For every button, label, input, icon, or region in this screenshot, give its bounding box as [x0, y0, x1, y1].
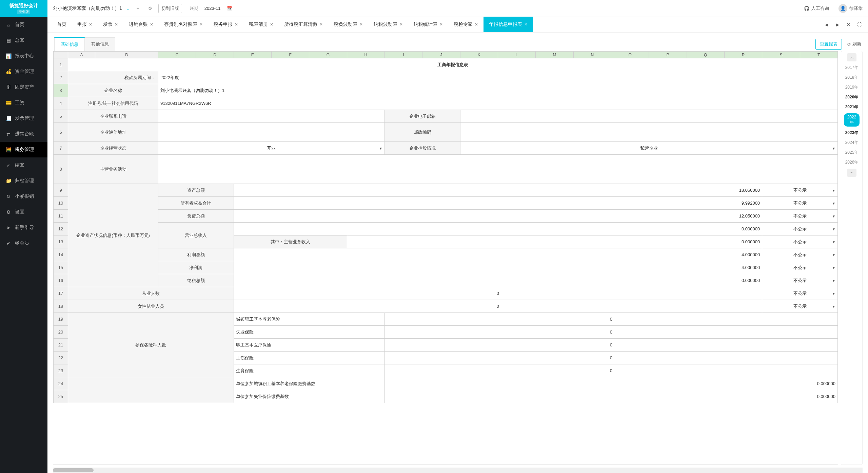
year-2021年[interactable]: 2021年 [841, 102, 862, 112]
year-down-icon[interactable]: ﹀ [847, 169, 856, 177]
row-header-23[interactable]: 23 [54, 364, 68, 377]
holding-dropdown[interactable]: 私营企业▼ [460, 142, 837, 155]
close-icon[interactable]: ✕ [199, 22, 203, 27]
row-header-14[interactable]: 14 [54, 248, 68, 261]
year-2020年[interactable]: 2020年 [841, 92, 862, 102]
email-input[interactable] [460, 110, 837, 123]
visibility-dropdown[interactable]: 不公示▼ [762, 235, 838, 248]
tab-6[interactable]: 税表清册✕ [243, 17, 279, 32]
year-2019年[interactable]: 2019年 [841, 82, 862, 92]
sidebar-item-gear[interactable]: ⚙设置 [0, 204, 47, 220]
address-input[interactable] [158, 123, 384, 142]
col-header-G[interactable]: G [309, 52, 347, 58]
period-value[interactable]: 2022年度 [158, 71, 837, 84]
tab-4[interactable]: 存货别名对照表✕ [159, 17, 208, 32]
contribution-value[interactable]: 0.000000 [384, 390, 837, 403]
insurance-value[interactable]: 0 [384, 313, 837, 326]
scrollbar-thumb[interactable] [53, 468, 94, 472]
year-2017年[interactable]: 2017年 [841, 63, 862, 73]
row-header-9[interactable]: 9 [54, 184, 68, 197]
row-header-8[interactable]: 8 [54, 155, 68, 184]
row-header-12[interactable]: 12 [54, 223, 68, 235]
col-header-F[interactable]: F [271, 52, 309, 58]
row-header-11[interactable]: 11 [54, 210, 68, 223]
col-header-O[interactable]: O [611, 52, 649, 58]
account-selector[interactable]: 刘小艳演示账套（勿删勿动！）1 [53, 5, 122, 12]
reg-code-value[interactable]: 91320811MA7NGR2W6R [158, 97, 837, 110]
user-menu[interactable]: 👤 徐泽华 [839, 4, 863, 13]
select-all-corner[interactable] [54, 52, 68, 58]
year-2025年[interactable]: 2025年 [841, 148, 862, 157]
tab-10[interactable]: 纳税统计表✕ [408, 17, 448, 32]
year-2018年[interactable]: 2018年 [841, 73, 862, 82]
tab-11[interactable]: 税检专家✕ [448, 17, 484, 32]
fullscreen-icon[interactable]: ⛶ [854, 20, 864, 29]
sidebar-item-salary[interactable]: 💳工资 [0, 95, 47, 111]
calendar-icon[interactable]: 📅 [227, 6, 232, 11]
close-icon[interactable]: ✕ [270, 22, 273, 27]
close-icon[interactable]: ✕ [359, 22, 363, 27]
row-header-18[interactable]: 18 [54, 300, 68, 313]
sidebar-item-ledger[interactable]: ▦总账 [0, 33, 47, 48]
col-header-L[interactable]: L [498, 52, 535, 58]
row-header-7[interactable]: 7 [54, 142, 68, 155]
col-header-K[interactable]: K [460, 52, 498, 58]
tab-9[interactable]: 纳税波动表✕ [368, 17, 408, 32]
row-header-5[interactable]: 5 [54, 110, 68, 123]
tabs-close-all-icon[interactable]: ✕ [844, 20, 853, 29]
chevron-down-icon[interactable]: ⌄ [126, 6, 130, 11]
close-icon[interactable]: ✕ [89, 22, 92, 27]
employee-value[interactable]: 0 [234, 287, 762, 300]
close-icon[interactable]: ✕ [399, 22, 403, 27]
field-value[interactable]: 0.000000 [347, 235, 762, 248]
postcode-input[interactable] [460, 123, 837, 142]
col-header-D[interactable]: D [196, 52, 234, 58]
field-value[interactable]: 9.992000 [234, 197, 762, 210]
col-header-E[interactable]: E [234, 52, 271, 58]
gear-icon[interactable]: ⚙ [146, 4, 154, 13]
row-header-10[interactable]: 10 [54, 197, 68, 210]
insurance-value[interactable]: 0 [384, 339, 837, 352]
sidebar-item-guide[interactable]: ➤新手引导 [0, 220, 47, 235]
row-header-19[interactable]: 19 [54, 313, 68, 326]
visibility-dropdown[interactable]: 不公示▼ [762, 210, 838, 223]
close-icon[interactable]: ✕ [319, 22, 323, 27]
col-header-B[interactable]: B [95, 52, 158, 58]
field-value[interactable]: -4.000000 [234, 248, 762, 261]
row-header-22[interactable]: 22 [54, 352, 68, 364]
tab-3[interactable]: 进销台账✕ [123, 17, 159, 32]
sidebar-item-fund[interactable]: 💰资金管理 [0, 64, 47, 79]
sidebar-item-inout[interactable]: ⇄进销台账 [0, 126, 47, 142]
row-header-15[interactable]: 15 [54, 261, 68, 274]
visibility-dropdown[interactable]: 不公示▼ [762, 274, 838, 287]
row-header-16[interactable]: 16 [54, 274, 68, 287]
col-header-T[interactable]: T [800, 52, 837, 58]
row-header-20[interactable]: 20 [54, 326, 68, 339]
field-value[interactable]: 12.050000 [234, 210, 762, 223]
subtab-0[interactable]: 基础信息 [54, 37, 85, 51]
close-icon[interactable]: ✕ [235, 22, 238, 27]
consult-button[interactable]: 🎧 人工咨询 [804, 5, 829, 12]
visibility-dropdown[interactable]: 不公示▼ [762, 287, 838, 300]
field-value[interactable]: 18.050000 [234, 184, 762, 197]
tab-7[interactable]: 所得税汇算清缴✕ [279, 17, 328, 32]
main-biz-input[interactable] [158, 155, 837, 184]
year-2026年[interactable]: 2026年 [841, 157, 862, 167]
tab-8[interactable]: 税负波动表✕ [328, 17, 368, 32]
tabs-next-icon[interactable]: ▶ [833, 20, 842, 29]
company-name-input[interactable]: 刘小艳演示账套（勿删勿动！）1 [158, 84, 837, 97]
phone-input[interactable] [158, 110, 384, 123]
female-employee-value[interactable]: 0 [234, 300, 762, 313]
visibility-dropdown[interactable]: 不公示▼ [762, 248, 838, 261]
sidebar-item-close[interactable]: ✓结账 [0, 157, 47, 173]
field-value[interactable]: 0.000000 [234, 274, 762, 287]
insurance-value[interactable]: 0 [384, 364, 837, 377]
row-header-6[interactable]: 6 [54, 123, 68, 142]
sidebar-item-asset[interactable]: 🗄固定资产 [0, 79, 47, 95]
tab-0[interactable]: 首页 [52, 17, 72, 32]
col-header-J[interactable]: J [422, 52, 460, 58]
tab-1[interactable]: 申报✕ [72, 17, 98, 32]
tabs-prev-icon[interactable]: ◀ [822, 20, 831, 29]
sidebar-item-invoice[interactable]: 🧾发票管理 [0, 111, 47, 126]
col-header-R[interactable]: R [724, 52, 762, 58]
